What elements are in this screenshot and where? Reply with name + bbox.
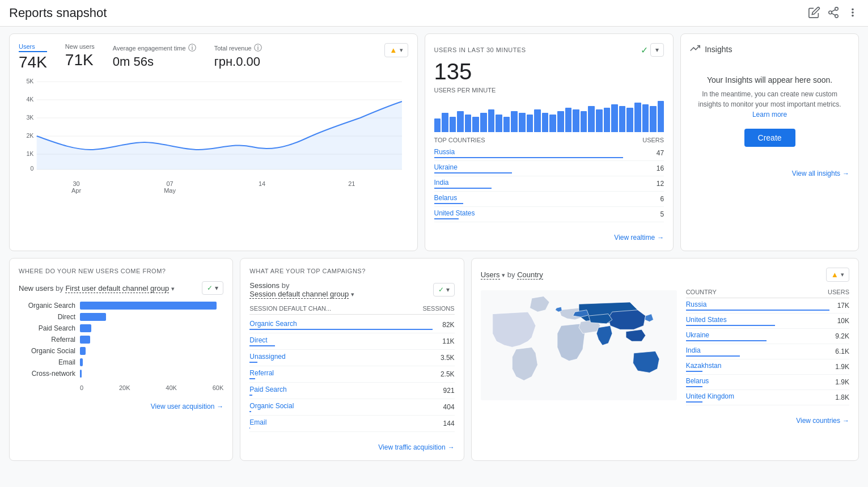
country-name[interactable]: Russia (434, 148, 657, 156)
country-row: United States 5 (434, 207, 664, 222)
alert-triangle-icon: ▲ (389, 46, 397, 54)
hbar-label: Cross-network (19, 370, 75, 378)
camp-name[interactable]: Referral (249, 369, 441, 377)
geo-country-value: 6.1K (835, 348, 849, 355)
geo-country-value: 9.2K (835, 332, 849, 340)
country-name[interactable]: Ukraine (434, 163, 657, 171)
camp-name[interactable]: Email (249, 418, 443, 426)
bar-mini (642, 104, 649, 132)
svg-text:0: 0 (31, 166, 34, 172)
view-realtime-link[interactable]: View realtime → (614, 234, 664, 242)
camp-name[interactable]: Unassigned (249, 353, 441, 361)
geo-dimension[interactable]: Country (517, 270, 543, 280)
geo-metric[interactable]: Users (481, 270, 500, 280)
geo-country-cell: Russia (686, 300, 837, 311)
trend-icon (690, 43, 700, 55)
countries-table-header: TOP COUNTRIES USERS (434, 137, 664, 143)
bar-mini (472, 117, 479, 133)
bar-mini (434, 118, 441, 132)
share-icon[interactable] (827, 6, 840, 20)
acquisition-section-title: WHERE DO YOUR NEW USERS COME FROM? (19, 268, 223, 274)
geo-country-bar (686, 310, 830, 311)
camp-name[interactable]: Paid Search (249, 386, 443, 393)
geo-country-bar (686, 401, 702, 403)
view-all-insights-link[interactable]: View all insights → (792, 170, 849, 177)
geo-country-name[interactable]: Ukraine (686, 331, 836, 339)
campaigns-dimension[interactable]: Session default channel group (249, 290, 349, 299)
bar-mini (534, 109, 541, 132)
campaigns-card: WHAT ARE YOUR TOP CAMPAIGNS? Sessions by… (240, 258, 464, 461)
bar-mini (480, 113, 487, 132)
create-insights-button[interactable]: Create (744, 129, 795, 147)
hbar-track (80, 313, 223, 321)
check-icon: ✓ (438, 286, 444, 294)
realtime-dropdown[interactable]: ▾ (650, 43, 664, 57)
camp-value: 11K (442, 337, 454, 345)
camp-value: 404 (443, 403, 455, 411)
revenue-value: грн.0.00 (214, 54, 262, 69)
arrow-right-icon: → (217, 403, 223, 410)
geo-country-row: Ukraine 9.2K (686, 329, 849, 344)
edit-icon[interactable] (808, 6, 820, 20)
realtime-bar-chart (434, 98, 664, 132)
hbar-fill (80, 302, 217, 310)
country-name[interactable]: Belarus (434, 194, 660, 202)
camp-name[interactable]: Organic Search (249, 320, 442, 328)
users-label[interactable]: Users (19, 43, 47, 52)
geo-country-name[interactable]: United Kingdom (686, 392, 836, 400)
alert-button[interactable]: ▲ ▾ (384, 43, 408, 57)
camp-name[interactable]: Direct (249, 336, 442, 344)
svg-point-0 (835, 7, 839, 10)
camp-name[interactable]: Organic Social (249, 402, 443, 410)
view-countries-link[interactable]: View countries → (796, 417, 849, 425)
metric-new-users: New users 71K (65, 43, 95, 69)
hbar-row: Paid Search (19, 324, 223, 332)
chevron-icon: ▾ (215, 284, 218, 292)
world-map (481, 289, 677, 402)
bar-mini (573, 109, 579, 132)
campaigns-dropdown[interactable]: ✓ ▾ (433, 283, 455, 297)
revenue-info-icon[interactable]: ⓘ (254, 43, 262, 53)
country-row: India 12 (434, 176, 664, 192)
geo-country-name[interactable]: India (686, 346, 836, 354)
geo-country-name[interactable]: United States (686, 316, 837, 324)
camp-bar (249, 378, 255, 379)
country-name-cell: Belarus (434, 194, 660, 204)
country-users: 5 (660, 210, 664, 218)
bar-mini (557, 111, 564, 132)
geo-country-name[interactable]: Russia (686, 300, 837, 308)
geo-alert-button[interactable]: ▲ ▾ (826, 268, 849, 282)
country-name[interactable]: India (434, 179, 657, 187)
bar-mini (658, 101, 664, 132)
view-traffic-acquisition-link[interactable]: View traffic acquisition → (378, 443, 454, 451)
country-row: Russia 47 (434, 146, 664, 161)
hbar-label: Organic Social (19, 347, 75, 355)
campaigns-chevron-icon: ▾ (351, 291, 354, 298)
hbar-fill (80, 336, 90, 344)
more-icon[interactable] (846, 6, 859, 20)
geo-country-bar (686, 340, 767, 341)
page-header: Reports snapshot (0, 0, 868, 27)
geo-country-row: India 6.1K (686, 344, 849, 359)
new-users-value: 71K (65, 51, 95, 69)
country-users: 12 (657, 180, 664, 188)
geo-country-row: United States 10K (686, 314, 849, 329)
engagement-info-icon[interactable]: ⓘ (188, 43, 196, 53)
geo-country-name[interactable]: Kazakhstan (686, 362, 836, 370)
country-name-cell: Ukraine (434, 163, 657, 173)
revenue-label: Total revenue ⓘ (214, 43, 262, 53)
acquisition-header-row: New users by First user default channel … (19, 281, 223, 295)
check-circle-icon: ✓ (641, 45, 649, 56)
geo-country-name[interactable]: Belarus (686, 377, 836, 385)
view-user-acquisition-link[interactable]: View user acquisition → (151, 403, 224, 410)
learn-more-link[interactable]: Learn more (752, 111, 787, 118)
bar-mini (503, 117, 510, 133)
arrow-right-icon: → (842, 170, 849, 177)
country-name[interactable]: United States (434, 209, 660, 217)
country-users: 16 (657, 164, 664, 172)
bar-mini (565, 108, 572, 132)
acquisition-dropdown[interactable]: ✓ ▾ (202, 281, 223, 295)
acquisition-dimension[interactable]: First user default channel group (65, 284, 169, 293)
bar-mini (457, 111, 464, 132)
bar-mini (588, 106, 595, 132)
